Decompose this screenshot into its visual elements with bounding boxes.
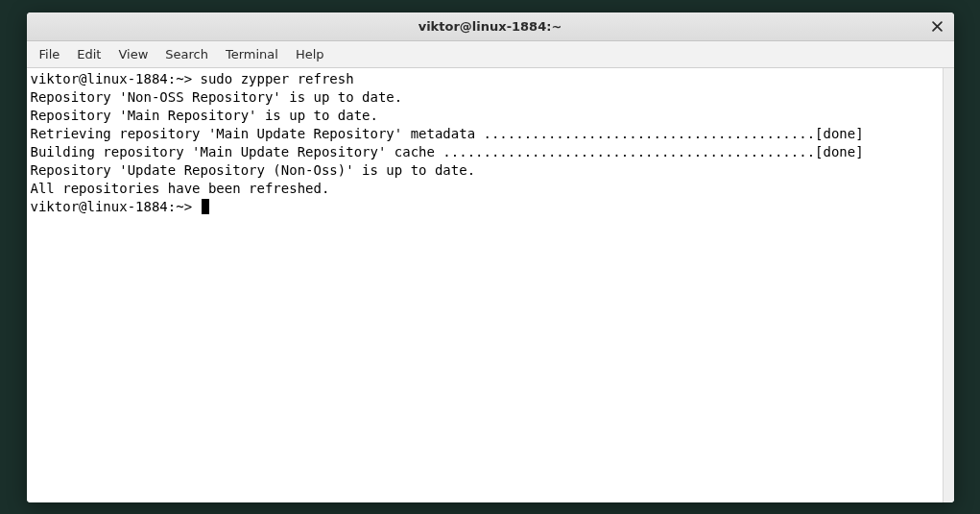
terminal-line: Building repository 'Main Update Reposit… <box>31 144 864 159</box>
terminal-line: Retrieving repository 'Main Update Repos… <box>31 126 864 141</box>
close-icon <box>932 21 943 32</box>
titlebar[interactable]: viktor@linux-1884:~ <box>27 12 954 41</box>
terminal-prompt: viktor@linux-1884:~> <box>31 199 201 214</box>
terminal-line: viktor@linux-1884:~> sudo zypper refresh <box>31 71 354 86</box>
window-title: viktor@linux-1884:~ <box>418 19 562 34</box>
terminal-output[interactable]: viktor@linux-1884:~> sudo zypper refresh… <box>27 68 954 502</box>
menu-label: View <box>118 47 148 61</box>
menubar: File Edit View Search Terminal Help <box>27 41 954 68</box>
terminal-line: Repository 'Non-OSS Repository' is up to… <box>31 89 403 105</box>
menu-edit[interactable]: Edit <box>68 41 109 67</box>
menu-label: Help <box>296 47 324 61</box>
terminal-cursor <box>202 199 209 214</box>
menu-file[interactable]: File <box>31 41 69 67</box>
menu-terminal[interactable]: Terminal <box>217 41 287 67</box>
menu-help[interactable]: Help <box>287 41 333 67</box>
menu-search[interactable]: Search <box>156 41 217 67</box>
terminal-window: viktor@linux-1884:~ File Edit View Searc… <box>27 12 954 502</box>
close-button[interactable] <box>927 15 948 37</box>
terminal-line: All repositories have been refreshed. <box>31 181 330 196</box>
menu-label: Edit <box>77 47 101 61</box>
menu-label: Terminal <box>226 47 278 61</box>
menu-label: File <box>39 47 60 61</box>
terminal-line: Repository 'Main Repository' is up to da… <box>31 108 378 123</box>
scrollbar[interactable] <box>943 68 954 502</box>
menu-label: Search <box>165 47 208 61</box>
menu-view[interactable]: View <box>109 41 156 67</box>
terminal-line: Repository 'Update Repository (Non-Oss)'… <box>31 162 476 178</box>
